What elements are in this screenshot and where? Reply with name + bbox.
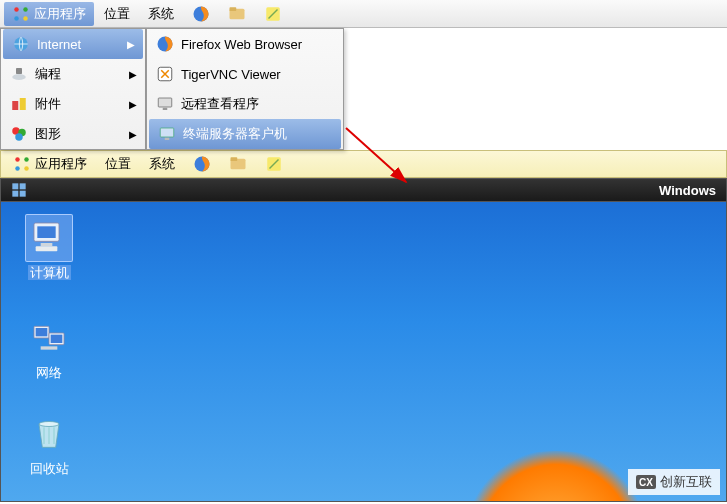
svg-rect-6 [230, 7, 237, 11]
svg-rect-19 [163, 108, 168, 110]
menu-places[interactable]: 位置 [96, 2, 138, 26]
applications-submenu: Internet ▶ 编程 ▶ 附件 ▶ 图形 ▶ [0, 28, 146, 150]
svg-rect-40 [36, 328, 48, 336]
menu-item-firefox[interactable]: Firefox Web Browser [147, 29, 343, 59]
desktop-icon-recyclebin[interactable]: 回收站 [13, 410, 85, 478]
menu-applications[interactable]: 应用程序 [4, 2, 94, 26]
wallpaper-glow [466, 451, 646, 502]
desktop-icon-computer-label: 计算机 [28, 265, 71, 280]
chevron-right-icon: ▶ [127, 39, 135, 50]
launcher2-firefox[interactable] [185, 152, 219, 176]
computer-icon [25, 214, 73, 262]
menu-item-graphics-label: 图形 [35, 125, 61, 143]
menu-item-terminal-server-client-label: 终端服务器客户机 [183, 125, 287, 143]
dev-icon [9, 64, 29, 84]
svg-point-26 [24, 166, 29, 171]
menu2-system[interactable]: 系统 [141, 152, 183, 176]
globe-icon [11, 34, 31, 54]
svg-rect-12 [20, 98, 26, 110]
desktop-icon-network-label: 网络 [36, 365, 62, 380]
monitor-icon [155, 94, 175, 114]
top-panel: 应用程序 位置 系统 [0, 0, 727, 28]
firefox-icon [192, 5, 210, 23]
menu-item-remote-viewer-label: 远程查看程序 [181, 95, 259, 113]
apps-icon [12, 5, 30, 23]
notes-icon [264, 5, 282, 23]
menu-system-label: 系统 [148, 5, 174, 23]
menu2-system-label: 系统 [149, 155, 175, 173]
svg-point-0 [14, 7, 19, 12]
menu-system[interactable]: 系统 [140, 2, 182, 26]
second-panel: 应用程序 位置 系统 [0, 150, 727, 178]
menu-item-tigervnc[interactable]: TigerVNC Viewer [147, 59, 343, 89]
vnc-icon [155, 64, 175, 84]
firefox-icon [155, 34, 175, 54]
launcher-files[interactable] [220, 2, 254, 26]
menu-item-programming[interactable]: 编程 ▶ [1, 59, 145, 89]
svg-rect-32 [20, 183, 26, 189]
svg-rect-37 [41, 243, 53, 246]
launcher-notes[interactable] [256, 2, 290, 26]
folder-icon [229, 155, 247, 173]
menu-item-accessories-label: 附件 [35, 95, 61, 113]
window-titlebar[interactable]: Windows [0, 178, 727, 202]
menu-applications-label: 应用程序 [34, 5, 86, 23]
svg-rect-31 [12, 183, 18, 189]
svg-rect-10 [16, 68, 22, 74]
menu-places-label: 位置 [104, 5, 130, 23]
svg-point-24 [24, 157, 29, 162]
network-icon [25, 314, 73, 362]
svg-point-9 [12, 74, 26, 80]
window-icon [11, 182, 27, 198]
launcher2-notes[interactable] [257, 152, 291, 176]
folder-icon [228, 5, 246, 23]
svg-rect-36 [37, 226, 55, 238]
recyclebin-icon [25, 410, 73, 458]
svg-point-25 [15, 166, 20, 171]
svg-rect-20 [160, 128, 174, 137]
menu-item-internet[interactable]: Internet ▶ [3, 29, 143, 59]
window-title: Windows [659, 183, 716, 198]
chevron-right-icon: ▶ [129, 69, 137, 80]
svg-point-2 [14, 16, 19, 21]
menu2-places-label: 位置 [105, 155, 131, 173]
watermark: CX 创新互联 [628, 469, 720, 495]
svg-rect-29 [231, 157, 238, 161]
terminal-client-icon [157, 124, 177, 144]
launcher2-files[interactable] [221, 152, 255, 176]
svg-rect-11 [12, 101, 18, 110]
svg-point-1 [23, 7, 28, 12]
svg-rect-33 [12, 191, 18, 197]
svg-point-15 [15, 133, 23, 141]
menu-item-accessories[interactable]: 附件 ▶ [1, 89, 145, 119]
vnc-session: 应用程序 位置 系统 Windows [0, 150, 727, 502]
remote-desktop[interactable]: 计算机 网络 回收站 CX 创新互联 [0, 202, 727, 502]
menu-item-internet-label: Internet [37, 37, 81, 52]
menu-item-programming-label: 编程 [35, 65, 61, 83]
svg-point-3 [23, 16, 28, 21]
menu2-applications-label: 应用程序 [35, 155, 87, 173]
graphics-icon [9, 124, 29, 144]
launcher-firefox[interactable] [184, 2, 218, 26]
desktop-icon-network[interactable]: 网络 [13, 314, 85, 382]
menu2-applications[interactable]: 应用程序 [5, 152, 95, 176]
chevron-right-icon: ▶ [129, 99, 137, 110]
menu-item-tigervnc-label: TigerVNC Viewer [181, 67, 281, 82]
svg-rect-42 [51, 335, 63, 343]
desktop-icon-recyclebin-label: 回收站 [30, 461, 69, 476]
svg-rect-18 [158, 98, 172, 107]
watermark-text: 创新互联 [660, 473, 712, 491]
svg-rect-38 [36, 246, 58, 251]
menu-item-graphics[interactable]: 图形 ▶ [1, 119, 145, 149]
menu-item-terminal-server-client[interactable]: 终端服务器客户机 [149, 119, 341, 149]
internet-submenu: Firefox Web Browser TigerVNC Viewer 远程查看… [146, 28, 344, 150]
svg-point-23 [15, 157, 20, 162]
firefox-icon [193, 155, 211, 173]
apps-icon [13, 155, 31, 173]
menu-item-remote-viewer[interactable]: 远程查看程序 [147, 89, 343, 119]
desktop-icon-computer[interactable]: 计算机 [13, 214, 85, 282]
menu2-places[interactable]: 位置 [97, 152, 139, 176]
chevron-right-icon: ▶ [129, 129, 137, 140]
watermark-logo-icon: CX [636, 475, 656, 489]
menu-item-firefox-label: Firefox Web Browser [181, 37, 302, 52]
